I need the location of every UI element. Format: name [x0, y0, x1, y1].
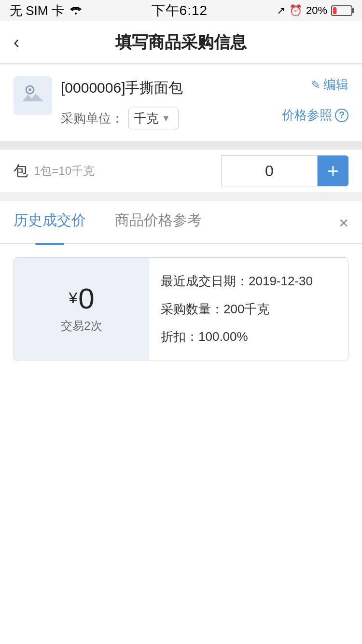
discount-row: 折扣：100.00%	[161, 327, 336, 347]
location-icon: ↗	[277, 4, 285, 17]
wifi-icon	[69, 3, 83, 18]
unit-value: 千克	[134, 110, 159, 127]
time-display: 下午6:12	[152, 1, 208, 20]
gray-divider	[0, 141, 362, 150]
page-title: 填写商品采购信息	[115, 31, 247, 54]
quantity-label-group: 包 1包=10千克	[14, 161, 95, 181]
edit-icon: ✎	[311, 78, 320, 92]
recent-date-label: 最近成交日期：	[161, 274, 249, 288]
back-button[interactable]: ‹	[14, 32, 19, 53]
quantity-conversion: 1包=10千克	[34, 163, 95, 179]
price-value: 0	[78, 284, 94, 313]
nav-bar: ‹ 填写商品采购信息	[0, 21, 362, 64]
product-actions: ✎ 编辑 价格参照 ?	[282, 76, 348, 124]
bottom-area	[0, 375, 362, 644]
tab-section: 历史成交价 商品价格参考 × ¥ 0 交易2次 最近成交日期：2019	[0, 201, 362, 375]
carrier-wifi: 无 SIM 卡	[10, 2, 83, 19]
help-icon[interactable]: ?	[335, 109, 348, 122]
tab-price-ref[interactable]: 商品价格参考	[115, 210, 202, 234]
product-section: [0000006]手撕面包 采购单位： 千克 ▼ ✎ 编辑 价格参照 ?	[0, 65, 362, 141]
history-card-right: 最近成交日期：2019-12-30 采购数量：200千克 折扣：100.00%	[149, 258, 348, 361]
history-card: ¥ 0 交易2次 最近成交日期：2019-12-30 采购数量：200千克 折扣…	[14, 257, 348, 361]
unit-label: 采购单位：	[61, 110, 124, 127]
recent-date-value: 2019-12-30	[249, 274, 313, 288]
price-symbol: ¥	[69, 289, 77, 307]
chevron-down-icon: ▼	[162, 113, 170, 124]
battery-icon	[331, 5, 352, 16]
quantity-plus-button[interactable]: +	[318, 155, 348, 186]
product-unit-row: 采购单位： 千克 ▼	[61, 108, 183, 129]
tab-bar: 历史成交价 商品价格参考 ×	[0, 201, 362, 244]
product-image	[14, 76, 52, 115]
alarm-icon: ⏰	[289, 4, 302, 17]
tab-history-label: 历史成交价	[14, 212, 86, 228]
quantity-unit: 包	[14, 161, 28, 181]
battery-fill	[333, 7, 336, 14]
battery-percent: 20%	[306, 4, 327, 17]
quantity-input[interactable]	[221, 155, 318, 186]
purchase-qty-value: 200千克	[223, 302, 269, 316]
history-price: ¥ 0	[69, 284, 94, 313]
purchase-qty-row: 采购数量：200千克	[161, 299, 336, 320]
price-ref-label: 价格参照	[282, 107, 332, 124]
quantity-section: 包 1包=10千克 +	[0, 150, 362, 192]
tab-items: 历史成交价 商品价格参考	[14, 210, 202, 234]
product-thumbnail-icon	[20, 81, 45, 111]
price-ref-button[interactable]: 价格参照 ?	[282, 107, 348, 124]
quantity-input-group: +	[221, 155, 348, 186]
unit-select[interactable]: 千克 ▼	[128, 108, 179, 129]
close-icon: ×	[339, 213, 348, 232]
edit-button[interactable]: ✎ 编辑	[311, 76, 348, 93]
tab-close-button[interactable]: ×	[339, 214, 348, 231]
status-bar: 无 SIM 卡 下午6:12 ↗ ⏰ 20%	[0, 0, 362, 21]
discount-value: 100.00%	[198, 329, 248, 344]
product-row: [0000006]手撕面包 采购单位： 千克 ▼ ✎ 编辑 价格参照 ?	[14, 76, 348, 129]
purchase-qty-label: 采购数量：	[161, 302, 223, 316]
tab-history-price[interactable]: 历史成交价	[14, 210, 86, 234]
history-content: ¥ 0 交易2次 最近成交日期：2019-12-30 采购数量：200千克 折扣…	[0, 244, 362, 375]
discount-label: 折扣：	[161, 329, 198, 344]
tab-price-ref-label: 商品价格参考	[115, 212, 202, 228]
product-name: [0000006]手撕面包	[61, 78, 183, 98]
carrier-text: 无 SIM 卡	[10, 2, 64, 19]
plus-icon: +	[327, 160, 338, 182]
product-details: [0000006]手撕面包 采购单位： 千克 ▼	[61, 76, 183, 129]
trade-count: 交易2次	[61, 318, 102, 334]
history-card-left: ¥ 0 交易2次	[14, 258, 149, 361]
edit-label: 编辑	[323, 76, 348, 93]
product-info: [0000006]手撕面包 采购单位： 千克 ▼	[14, 76, 183, 129]
svg-point-1	[28, 88, 31, 91]
status-icons: ↗ ⏰ 20%	[277, 4, 352, 17]
recent-date-row: 最近成交日期：2019-12-30	[161, 271, 336, 292]
